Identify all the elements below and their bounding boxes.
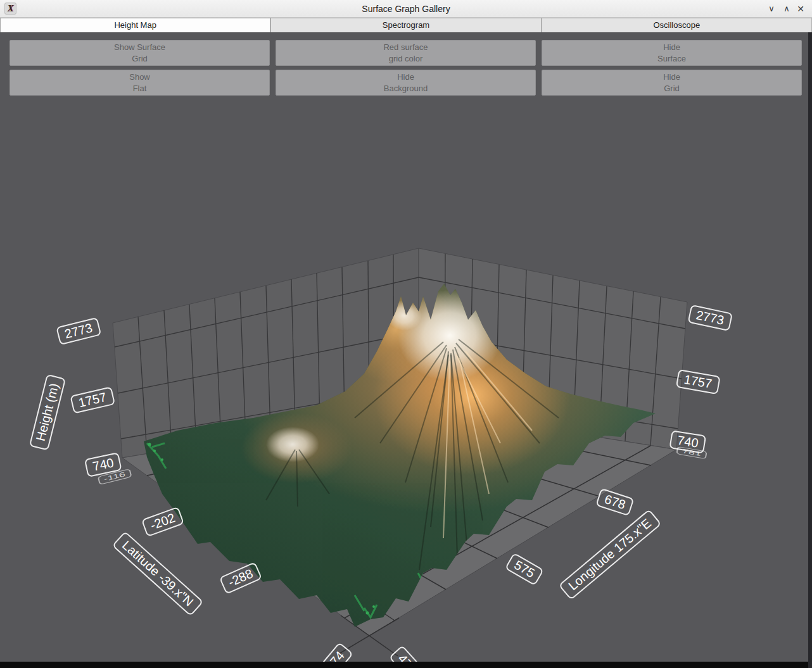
window-close-button[interactable]: ✕	[793, 0, 808, 18]
tab-spectrogram[interactable]: Spectrogram	[270, 18, 541, 32]
tab-bar: Height Map Spectrogram Oscilloscope	[0, 18, 812, 32]
button-label-line2: Grid	[10, 53, 269, 65]
button-label-line2: Flat	[10, 83, 269, 94]
tab-oscilloscope[interactable]: Oscilloscope	[542, 18, 812, 32]
taskbar-edge	[0, 662, 812, 668]
background-window-edge	[808, 32, 812, 668]
window-shade-button[interactable]: ∨	[764, 0, 779, 18]
tab-height-map[interactable]: Height Map	[0, 18, 270, 32]
show-surface-grid-button[interactable]: Show Surface Grid	[10, 40, 270, 66]
application-window: -116 2773 1757 740 Height (m) -202 -288 …	[0, 0, 812, 668]
surface-3d-view[interactable]: -116 2773 1757 740 Height (m) -202 -288 …	[0, 0, 812, 662]
show-flat-button[interactable]: Show Flat	[10, 70, 270, 96]
toolbar: Show Surface Grid Red surface grid color…	[10, 40, 802, 96]
button-label-line1: Hide	[542, 42, 801, 53]
button-label-line1: Hide	[276, 72, 535, 83]
red-surface-grid-color-button[interactable]: Red surface grid color	[276, 40, 536, 66]
button-label-line1: Hide	[542, 72, 801, 83]
surface-3d-canvas	[0, 0, 812, 662]
titlebar: X Surface Graph Gallery ∨ ∧ ✕	[0, 0, 812, 18]
button-label-line2: grid color	[276, 53, 535, 65]
hide-surface-button[interactable]: Hide Surface	[542, 40, 802, 66]
hide-grid-button[interactable]: Hide Grid	[542, 70, 802, 96]
button-label-line2: Grid	[542, 83, 801, 94]
hide-background-button[interactable]: Hide Background	[276, 70, 536, 96]
button-label-line1: Show	[10, 72, 269, 83]
window-title: Surface Graph Gallery	[0, 0, 812, 18]
button-label-line1: Red surface	[276, 42, 535, 53]
button-label-line1: Show Surface	[10, 42, 269, 53]
window-maximize-button[interactable]: ∧	[779, 0, 794, 18]
button-label-line2: Background	[276, 83, 535, 94]
button-label-line2: Surface	[542, 53, 801, 65]
